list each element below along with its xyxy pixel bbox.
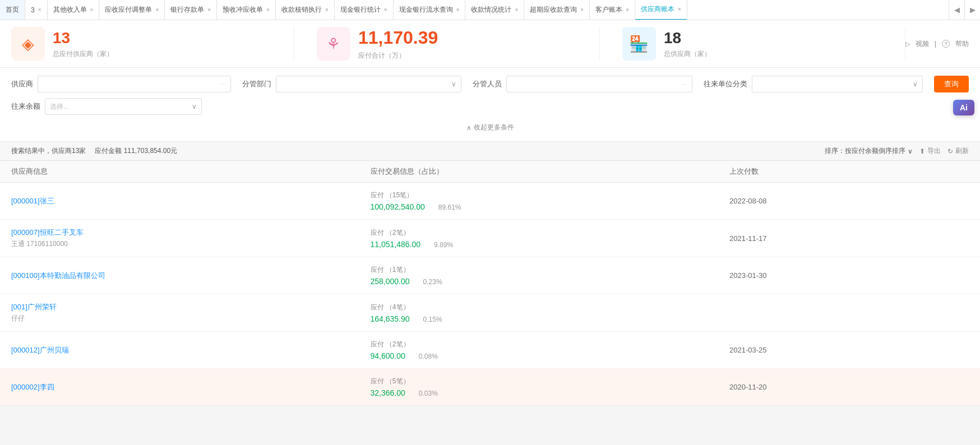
filter-balance: 往来余额 选择... ∨ [11,98,202,115]
supplier-link-row2[interactable]: [000007]恒旺二手叉车 [11,228,84,237]
tab-close-cash-bank-stat[interactable]: × [384,7,387,13]
dept-select[interactable]: ∨ [276,76,462,92]
supplier-link-row4[interactable]: [001]广州荣轩 [11,303,57,311]
ai-button[interactable]: Ai [953,100,974,115]
supplier-info-row2: [000007]恒旺二手叉车王通 17106110000 [11,228,371,249]
nav-tab-tab3[interactable]: 3× [25,0,48,20]
nav-tab-customer-account[interactable]: 客户账本× [590,0,635,20]
ap-label-row4: 应付 （4笔） [371,303,730,312]
person-label: 分管人员 [473,79,502,89]
nav-tab-supplier-account[interactable]: 供应商账本× [635,0,687,20]
supplier-link-row1[interactable]: [000001]张三 [11,197,54,205]
ap-amount-row3[interactable]: 258,000.00 [371,277,410,286]
nav-tab-home[interactable]: 首页 [0,0,25,20]
tab-close-collection-stat[interactable]: × [515,7,518,13]
last-payment-row3: 2023-01-30 [729,271,969,280]
balance-label: 往来余额 [11,101,40,112]
video-icon: ▷ [905,40,910,48]
transaction-row-row6: 32,366.000.03% [371,388,730,397]
help-link[interactable]: 帮助 [955,39,969,49]
tab-close-tab3[interactable]: × [38,7,41,13]
supplier-link-row6[interactable]: [000002]李四 [11,383,54,391]
nav-tab-other-income[interactable]: 其他收入单× [48,0,100,20]
supplier-link-row5[interactable]: [000012]广州贝瑞 [11,346,69,354]
sort-dropdown[interactable]: 排序：按应付余额倒序排序 ∨ [825,146,913,156]
ap-label-row1: 应付 （15笔） [371,191,730,200]
ap-amount-row6[interactable]: 32,366.00 [371,388,405,397]
ap-info-row6: 应付 （5笔）32,366.000.03% [371,377,730,397]
balance-value: 选择... [50,102,69,112]
unit-type-chevron-icon: ∨ [913,80,918,88]
nav-tab-cash-bank-stat[interactable]: 现金银行统计× [335,0,394,20]
unit-type-label: 往来单位分类 [704,79,747,89]
supplier-link-row3[interactable]: [000100]本特勤油品有限公司 [11,271,105,280]
ap-amount-label: 应付合计（万） [358,51,438,61]
nav-tab-ap-adjustment[interactable]: 应收应付调整单× [99,0,165,20]
stat-total-suppliers: 🏪 18 总供应商（家） [600,27,905,61]
ap-amount-row4[interactable]: 164,635.90 [371,314,410,323]
ap-suppliers-label: 总应付供应商（家） [53,49,113,59]
person-input-wrapper[interactable]: ··· [506,76,692,92]
tab-close-customer-account[interactable]: × [626,7,629,13]
total-suppliers-label: 总供应商（家） [664,49,711,59]
tab-close-ap-adjustment[interactable]: × [155,7,159,13]
supplier-label: 供应商 [11,79,33,89]
tab-close-bank-deposit[interactable]: × [207,7,211,13]
filter-person: 分管人员 ··· [473,76,692,92]
tab-close-collection-exec[interactable]: × [325,7,329,13]
filter-dept: 分管部门 ∨ [242,76,462,92]
supplier-info-row3: [000100]本特勤油品有限公司 [11,271,371,281]
collapse-button[interactable]: ∧ 收起更多条件 [466,123,514,132]
ap-label-row2: 应付 （2笔） [371,228,730,238]
tab-close-prepay-offset[interactable]: × [266,7,270,13]
supplier-input-wrapper[interactable]: ··· [38,76,231,92]
help-icon: ? [942,40,950,48]
person-input[interactable] [511,80,682,88]
payment-date-row5: 2021-03-25 [729,346,767,354]
tab-close-cash-bank-flow[interactable]: × [456,7,460,13]
supplier-input[interactable] [43,80,221,88]
nav-tab-collection-exec[interactable]: 收款核销执行× [276,0,335,20]
supplier-dots-icon: ··· [221,81,225,87]
tab-close-supplier-account[interactable]: × [678,6,681,12]
sep: | [935,40,936,48]
col-ap-info: 应付交易信息（占比） [371,166,730,177]
ap-label-row3: 应付 （1笔） [371,265,730,275]
supplier-sub-row2: 王通 17106110000 [11,239,371,249]
result-amount: 应付金额 111,703,854.00元 [95,146,177,156]
nav-tab-collection-stat[interactable]: 收款情况统计× [465,0,524,20]
payment-date-row2: 2021-11-17 [729,234,767,243]
refresh-button[interactable]: ↻ 刷新 [947,146,969,156]
query-button[interactable]: 查询 [934,76,969,92]
nav-tab-overdue-ap[interactable]: 超期应收款查询× [524,0,590,20]
export-button[interactable]: ⬆ 导出 [919,146,941,156]
table-row-row4: [001]广州荣轩仔仔应付 （4笔）164,635.900.15% [0,294,980,332]
col-last-payment: 上次付数 [729,166,969,177]
ap-info-row5: 应付 （2笔）94,600.000.08% [371,340,730,360]
nav-arrow-right[interactable]: ▶ [964,0,980,20]
nav-tab-cash-bank-flow[interactable]: 现金银行流水查询× [394,0,466,20]
balance-chevron-icon: ∨ [192,103,197,110]
collapse-up-icon: ∧ [466,124,471,132]
unit-type-select[interactable]: ∨ [752,76,923,92]
balance-select[interactable]: 选择... ∨ [45,98,202,115]
sort-label: 排序：按应付余额倒序排序 [825,146,905,156]
ap-amount-row1[interactable]: 100,092,540.00 [371,202,425,211]
ap-percent-row2: 9.89% [434,241,453,249]
export-icon: ⬆ [919,147,925,155]
ap-percent-row1: 89.61% [438,203,461,211]
nav-tab-bank-deposit[interactable]: 银行存款单× [165,0,217,20]
video-link[interactable]: 视频 [916,39,929,49]
stat-ap-amount: ⚘ 11,170.39 应付合计（万） [294,27,600,61]
ap-amount-icon: ⚘ [317,27,350,61]
ap-amount-row2[interactable]: 11,051,486.00 [371,240,421,249]
person-dots-icon: ··· [682,81,687,87]
tab-close-other-income[interactable]: × [90,7,94,13]
nav-tab-prepay-offset[interactable]: 预收冲应收单× [217,0,276,20]
last-payment-row2: 2021-11-17 [729,234,969,243]
ap-amount-row5[interactable]: 94,600.00 [371,351,405,360]
nav-arrow-left[interactable]: ◀ [949,0,964,20]
filter-area: 供应商 ··· 分管部门 ∨ 分管人员 ··· [0,68,980,142]
tab-close-overdue-ap[interactable]: × [580,7,584,13]
refresh-icon: ↻ [947,147,953,155]
